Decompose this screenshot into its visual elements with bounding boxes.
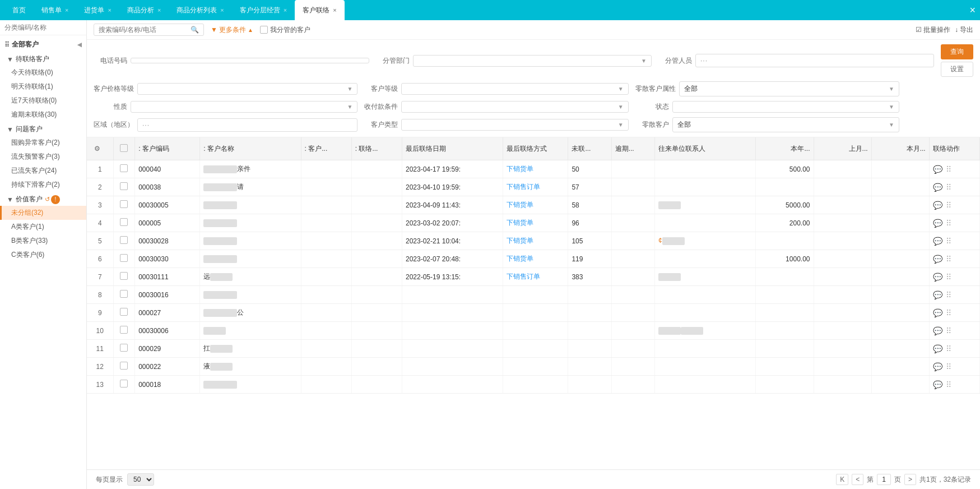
row-checkbox[interactable] xyxy=(120,344,128,352)
header-checkbox[interactable] xyxy=(120,144,128,152)
sidebar-search-input[interactable] xyxy=(4,24,87,31)
export-btn[interactable]: ↓ 导出 xyxy=(955,25,973,35)
apps-icon[interactable]: ⠿ xyxy=(946,219,951,228)
apps-icon[interactable]: ⠿ xyxy=(946,380,951,389)
message-icon[interactable]: 💬 xyxy=(933,344,942,353)
filter-search-icon[interactable]: 🔍 xyxy=(191,26,199,34)
row-checkbox[interactable] xyxy=(120,182,128,190)
message-icon[interactable]: 💬 xyxy=(933,380,942,389)
row-check[interactable] xyxy=(113,376,135,394)
row-check[interactable] xyxy=(113,340,135,358)
sidebar-item-abnormal[interactable]: 囤购异常客户(2) xyxy=(0,136,86,150)
tab-customer-layer-close[interactable]: × xyxy=(284,7,287,13)
row-checkbox[interactable] xyxy=(120,326,128,334)
row-checkbox[interactable] xyxy=(120,362,128,370)
sidebar-item-warn[interactable]: 流失预警客户(3) xyxy=(0,150,86,164)
th-unit-contact[interactable]: 往来单位联系人 xyxy=(655,137,756,160)
refresh-icon[interactable]: ↺ xyxy=(45,196,50,203)
row-check[interactable] xyxy=(113,322,135,340)
field-region-input[interactable]: ··· xyxy=(137,118,357,132)
message-icon[interactable]: 💬 xyxy=(933,308,942,317)
row-checkbox[interactable] xyxy=(120,254,128,262)
th-this-month[interactable]: 本月... xyxy=(871,137,929,160)
apps-icon[interactable]: ⠿ xyxy=(946,344,951,353)
message-icon[interactable]: 💬 xyxy=(933,183,942,192)
tab-goods-list-close[interactable]: × xyxy=(220,7,224,13)
apps-icon[interactable]: ⠿ xyxy=(946,237,951,246)
current-page[interactable]: 1 xyxy=(877,474,891,485)
query-button[interactable]: 查询 xyxy=(941,44,973,59)
th-code[interactable]: : 客户编码 xyxy=(135,137,200,160)
th-check[interactable] xyxy=(113,137,135,160)
th-last-month[interactable]: 上月... xyxy=(814,137,871,160)
row-check[interactable] xyxy=(113,358,135,376)
sidebar-item-lost[interactable]: 已流失客户(24) xyxy=(0,164,86,178)
group-value-customers[interactable]: ▼ 价值客户 ↺ ! xyxy=(0,192,86,206)
my-customers-checkbox[interactable] xyxy=(260,26,268,34)
field-phone-input[interactable] xyxy=(131,58,369,63)
row-last-method[interactable]: 下销货单 xyxy=(503,232,568,250)
tab-customer-contact-close[interactable]: × xyxy=(333,7,336,13)
sidebar-item-type-c[interactable]: C类客户(6) xyxy=(0,248,86,262)
field-nature-select[interactable]: ▼ xyxy=(131,101,357,113)
sidebar-item-tomorrow[interactable]: 明天待联络(1) xyxy=(0,80,86,94)
th-type[interactable]: : 客户... xyxy=(301,137,351,160)
message-icon[interactable]: 💬 xyxy=(933,273,942,282)
field-payment-select[interactable]: ▼ xyxy=(401,101,628,113)
sidebar-collapse-icon[interactable]: ◀ xyxy=(77,41,82,48)
first-page-btn[interactable]: K xyxy=(836,474,848,485)
sidebar-item-7days[interactable]: 近7天待联络(0) xyxy=(0,94,86,108)
row-check[interactable] xyxy=(113,160,135,178)
row-check[interactable] xyxy=(113,214,135,232)
row-last-method[interactable]: 下销货单 xyxy=(503,160,568,178)
row-check[interactable] xyxy=(113,196,135,214)
tab-goods-analysis[interactable]: 商品分析 × xyxy=(119,0,169,20)
row-checkbox[interactable] xyxy=(120,200,128,208)
sidebar-item-overdue[interactable]: 逾期未联络(30) xyxy=(0,108,86,122)
th-last-method[interactable]: 最后联络方式 xyxy=(503,137,568,160)
apps-icon[interactable]: ⠿ xyxy=(946,308,951,317)
row-check[interactable] xyxy=(113,178,135,196)
row-checkbox[interactable] xyxy=(120,272,128,280)
tab-sales[interactable]: 销售单 × xyxy=(34,0,76,20)
row-check[interactable] xyxy=(113,304,135,322)
group-pending-contact[interactable]: ▼ 待联络客户 xyxy=(0,52,86,66)
row-last-method[interactable]: 下销货单 xyxy=(503,214,568,232)
sidebar-item-type-b[interactable]: B类客户(33) xyxy=(0,234,86,248)
apps-icon[interactable]: ⠿ xyxy=(946,362,951,371)
tab-home[interactable]: 首页 xyxy=(4,0,34,20)
field-price-select[interactable]: ▼ xyxy=(137,83,357,95)
tab-customer-contact[interactable]: 客户联络 × xyxy=(295,0,344,20)
message-icon[interactable]: 💬 xyxy=(933,255,942,264)
all-customers-title[interactable]: ⠿ 全部客户 ◀ xyxy=(0,35,86,52)
group-problem-customers[interactable]: ▼ 问题客户 xyxy=(0,122,86,136)
row-check[interactable] xyxy=(113,286,135,304)
tab-sales-close[interactable]: × xyxy=(65,7,68,13)
sidebar-item-type-a[interactable]: A类客户(1) xyxy=(0,220,86,234)
sidebar-item-declining[interactable]: 持续下滑客户(2) xyxy=(0,178,86,192)
message-icon[interactable]: 💬 xyxy=(933,219,942,228)
field-retail-attr-select[interactable]: 全部 ▼ xyxy=(679,81,899,96)
tab-goods-list[interactable]: 商品分析列表 × xyxy=(169,0,231,20)
field-retail-select[interactable]: 全部 ▼ xyxy=(672,117,899,132)
apps-icon[interactable]: ⠿ xyxy=(946,201,951,210)
row-checkbox[interactable] xyxy=(120,164,128,172)
th-overdue[interactable]: 逾期... xyxy=(611,137,654,160)
field-manager-input[interactable]: ··· xyxy=(695,54,934,67)
reset-button[interactable]: 设置 xyxy=(941,62,973,77)
row-last-method[interactable]: 下销售订单 xyxy=(503,178,568,196)
apps-icon[interactable]: ⠿ xyxy=(946,326,951,335)
sidebar-item-today[interactable]: 今天待联络(0) xyxy=(0,66,86,80)
message-icon[interactable]: 💬 xyxy=(933,165,942,174)
tab-goods-analysis-close[interactable]: × xyxy=(157,7,161,13)
apps-icon[interactable]: ⠿ xyxy=(946,290,951,299)
field-level-select[interactable]: ▼ xyxy=(401,83,628,95)
apps-icon[interactable]: ⠿ xyxy=(946,255,951,264)
field-dept-select[interactable]: ▼ xyxy=(413,55,652,67)
tab-customer-layer[interactable]: 客户分层经营 × xyxy=(232,0,295,20)
message-icon[interactable]: 💬 xyxy=(933,237,942,246)
more-conditions-btn[interactable]: ▼ 更多条件 ▲ xyxy=(211,25,253,35)
message-icon[interactable]: 💬 xyxy=(933,326,942,335)
th-not-contacted[interactable]: 未联... xyxy=(568,137,611,160)
row-check[interactable] xyxy=(113,232,135,250)
